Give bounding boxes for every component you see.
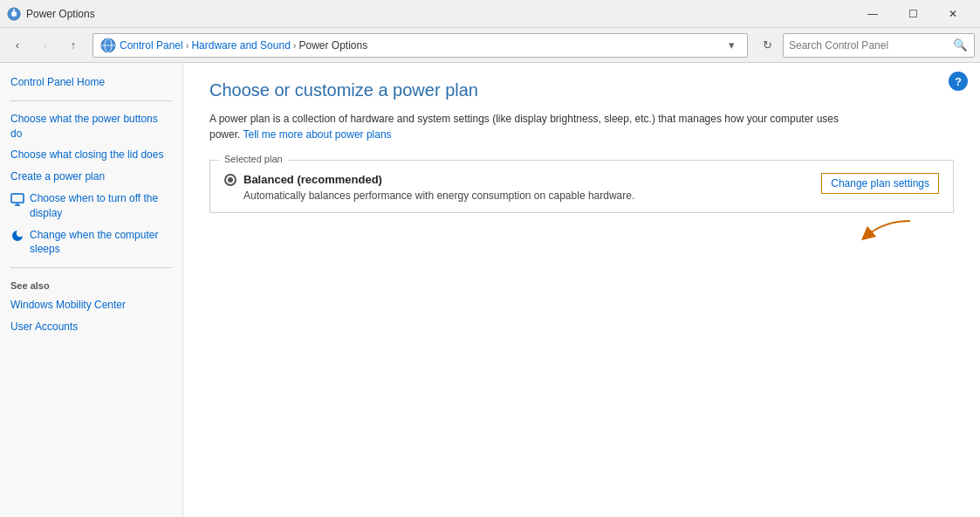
sidebar-label-computer-sleeps: Change when the computer sleeps (30, 228, 172, 258)
search-input[interactable] (789, 39, 948, 52)
sidebar-label-create-plan: Create a power plan (10, 169, 105, 184)
power-options-icon (7, 7, 21, 21)
sidebar-item-close-lid[interactable]: Choose what closing the lid does (0, 144, 182, 166)
globe-icon (100, 38, 116, 53)
titlebar-controls: — ☐ ✕ (853, 0, 973, 28)
plan-radio-inner (228, 177, 233, 183)
titlebar-left: Power Options (7, 7, 95, 21)
plan-row: Balanced (recommended) Automatically bal… (210, 161, 953, 212)
sidebar-item-user-accounts[interactable]: User Accounts (0, 316, 182, 338)
back-button[interactable]: ‹ (5, 33, 30, 58)
sidebar-label-control-panel-home: Control Panel Home (10, 75, 105, 90)
sidebar-item-mobility-center[interactable]: Windows Mobility Center (0, 294, 182, 316)
sidebar-label-user-accounts: User Accounts (10, 320, 78, 334)
sidebar-item-turn-off-display[interactable]: Choose when to turn off the display (0, 188, 182, 224)
display-icon (10, 192, 24, 206)
plan-info: Balanced (recommended) Automatically bal… (224, 173, 821, 202)
navbar: ‹ › ↑ Control Panel › Hardware and Sound… (0, 28, 980, 63)
help-button[interactable]: ? (949, 72, 968, 91)
window-title: Power Options (26, 8, 95, 20)
breadcrumb-power-options: Power Options (298, 39, 367, 52)
plan-name-row: Balanced (recommended) (224, 173, 821, 186)
sidebar-label-mobility-center: Windows Mobility Center (10, 298, 126, 313)
sidebar-label-power-buttons: Choose what the power buttons do (10, 112, 172, 141)
search-box: 🔍 (783, 33, 975, 58)
sidebar-item-computer-sleeps[interactable]: Change when the computer sleeps (0, 224, 182, 261)
plan-name-text: Balanced (recommended) (243, 173, 382, 186)
sidebar: Control Panel Home Choose what the power… (0, 63, 183, 517)
plan-radio[interactable] (224, 174, 236, 186)
forward-button[interactable]: › (33, 33, 58, 58)
sidebar-label-turn-off-display: Choose when to turn off the display (30, 191, 172, 221)
main-container: Control Panel Home Choose what the power… (0, 63, 980, 517)
arrow-annotation (209, 217, 954, 243)
refresh-button[interactable]: ↻ (755, 33, 779, 58)
search-button[interactable]: 🔍 (951, 37, 969, 54)
titlebar: Power Options — ☐ ✕ (0, 0, 980, 28)
arrow-svg (849, 217, 919, 243)
sidebar-item-power-buttons[interactable]: Choose what the power buttons do (0, 108, 182, 145)
svg-rect-5 (11, 194, 24, 203)
change-plan-settings-button[interactable]: Change plan settings (821, 173, 939, 194)
address-bar: Control Panel › Hardware and Sound › Pow… (93, 33, 748, 58)
sidebar-label-close-lid: Choose what closing the lid does (10, 148, 163, 162)
sidebar-item-control-panel-home[interactable]: Control Panel Home (0, 72, 182, 93)
plan-section: Selected plan Balanced (recommended) Aut… (209, 160, 954, 213)
plan-description: Automatically balances performance with … (243, 190, 821, 202)
sidebar-divider-2 (10, 267, 172, 268)
breadcrumb-hardware-and-sound[interactable]: Hardware and Sound (191, 39, 290, 52)
sidebar-item-create-plan[interactable]: Create a power plan (0, 166, 182, 188)
breadcrumb-control-panel[interactable]: Control Panel (120, 39, 183, 52)
learn-more-link[interactable]: Tell me more about power plans (243, 128, 391, 141)
close-button[interactable]: ✕ (933, 0, 973, 28)
address-dropdown-button[interactable]: ▾ (723, 37, 740, 54)
breadcrumb: Control Panel › Hardware and Sound › Pow… (120, 39, 719, 52)
content-area: ? Choose or customize a power plan A pow… (183, 63, 980, 517)
see-also-label: See also (0, 275, 182, 294)
page-title: Choose or customize a power plan (209, 80, 954, 100)
content-description: A power plan is a collection of hardware… (209, 111, 864, 142)
maximize-button[interactable]: ☐ (893, 0, 933, 28)
sidebar-divider-1 (10, 100, 172, 101)
minimize-button[interactable]: — (853, 0, 893, 28)
up-button[interactable]: ↑ (61, 33, 86, 58)
selected-plan-label: Selected plan (219, 154, 288, 164)
sleep-icon (10, 229, 24, 243)
